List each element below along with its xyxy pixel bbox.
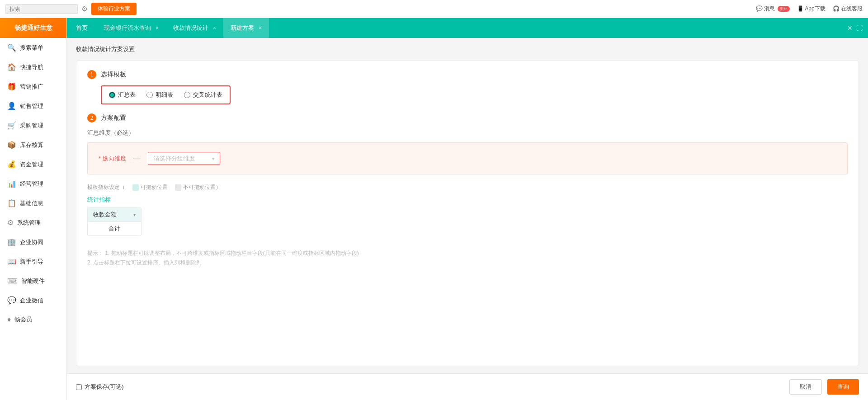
radio-cross[interactable]	[184, 92, 190, 98]
template-options: 汇总表 明细表 交叉统计表	[101, 85, 231, 104]
gear-icon[interactable]: ⚙	[81, 5, 88, 13]
sidebar-item-label: 基础信息	[20, 199, 43, 207]
sidebar-item-marketing[interactable]: 🎁 营销推广	[0, 77, 66, 96]
chevron-down-icon[interactable]: ▾	[133, 212, 136, 217]
metrics-title: 统计指标	[87, 196, 848, 204]
sidebar-item-basic-info[interactable]: 📋 基础信息	[0, 193, 66, 213]
notification-area[interactable]: 💬 消息 99+	[756, 5, 790, 13]
maximize-icon[interactable]: ⛶	[856, 24, 863, 32]
search-input[interactable]	[5, 4, 78, 14]
app-icon: 📱	[797, 5, 804, 12]
sidebar-item-label: 畅会员	[14, 315, 32, 324]
home-icon: 🏠	[7, 63, 16, 71]
sidebar-item-label: 资金管理	[20, 160, 43, 169]
sidebar-item-system[interactable]: ⚙ 系统管理	[0, 213, 66, 232]
save-label: 方案保存(可选)	[85, 383, 124, 391]
sidebar-item-label: 采购管理	[20, 122, 43, 130]
tab-collection-stats[interactable]: 收款情况统计 ×	[166, 18, 223, 38]
option-detail[interactable]: 明细表	[146, 91, 173, 99]
option-summary[interactable]: 汇总表	[109, 91, 136, 99]
sidebar-item-label: 库存核算	[20, 141, 43, 149]
dimension-row: * 纵向维度 — 请选择分组维度	[99, 152, 836, 165]
app-download-label: App下载	[805, 5, 825, 12]
option-cross[interactable]: 交叉统计表	[184, 91, 222, 99]
tab-bank-query[interactable]: 现金银行流水查询 ×	[97, 18, 166, 38]
subsection-title: 汇总维度（必选）	[87, 129, 848, 137]
online-service[interactable]: 🎧 在线客服	[833, 5, 863, 13]
metrics-label-row: 模板指标设定（ 可拖动位置 不可拖动位置）	[87, 184, 848, 191]
tab-new-plan-label: 新建方案	[231, 24, 254, 32]
dimension-select[interactable]: 请选择分组维度	[148, 152, 220, 165]
sidebar-item-label: 经营管理	[20, 180, 43, 188]
notification-label: 消息	[764, 5, 775, 12]
money-icon: 💰	[7, 160, 16, 169]
option-summary-label: 汇总表	[118, 91, 136, 99]
sidebar-item-hardware[interactable]: ⌨ 智能硬件	[0, 271, 66, 291]
sidebar-item-guide[interactable]: 📖 新手引导	[0, 252, 66, 271]
building-icon: 🏢	[7, 238, 16, 246]
radio-detail[interactable]	[146, 92, 153, 98]
step1-title: 选择模板	[101, 71, 126, 79]
sidebar-item-sales[interactable]: 👤 销售管理	[0, 96, 66, 116]
chat-icon: 💬	[7, 296, 16, 305]
sidebar-item-operations[interactable]: 📊 经营管理	[0, 174, 66, 193]
sidebar-item-member[interactable]: ♦ 畅会员	[0, 310, 66, 329]
sidebar-item-purchase[interactable]: 🛒 采购管理	[0, 116, 66, 135]
tab-collection-stats-close[interactable]: ×	[213, 25, 216, 31]
top-bar-right: 💬 消息 99+ 📱 App下载 🎧 在线客服	[756, 5, 863, 13]
sidebar-logo: 畅捷通好生意	[0, 18, 66, 38]
step1-header: 1 选择模板	[87, 70, 848, 79]
tab-home[interactable]: 首页	[67, 18, 97, 38]
non-draggable-box	[175, 184, 181, 191]
tab-bank-query-close[interactable]: ×	[156, 25, 159, 31]
query-button[interactable]: 查询	[827, 379, 859, 395]
user-icon: 👤	[7, 102, 16, 110]
metrics-cell-total: 合计	[88, 222, 141, 235]
metrics-section: 模板指标设定（ 可拖动位置 不可拖动位置） 统计指标	[87, 184, 848, 236]
non-draggable-label: 不可拖动位置）	[183, 184, 221, 191]
clipboard-icon: 📋	[7, 199, 16, 207]
sidebar-item-search[interactable]: 🔍 搜索菜单	[0, 38, 66, 57]
sidebar-item-label: 新手引导	[20, 258, 43, 266]
step2-title: 方案配置	[101, 114, 126, 122]
metrics-setting-label: 模板指标设定（	[87, 184, 125, 191]
service-icon: 🎧	[833, 5, 840, 12]
non-draggable-hint: 不可拖动位置）	[175, 184, 221, 191]
metrics-header[interactable]: 收款金额 ▾	[88, 208, 141, 222]
form-card: 1 选择模板 汇总表 明细表	[76, 61, 859, 366]
tab-new-plan[interactable]: 新建方案 ×	[223, 18, 269, 38]
dimension-arrow: —	[133, 155, 141, 163]
sidebar-item-enterprise[interactable]: 🏢 企业协同	[0, 232, 66, 252]
cancel-button[interactable]: 取消	[789, 379, 822, 395]
radio-summary[interactable]	[109, 92, 115, 98]
sidebar-item-label: 企业协同	[20, 238, 43, 246]
notification-badge: 99+	[778, 6, 790, 12]
content-area: 首页 现金银行流水查询 × 收款情况统计 × 新建方案 × ✕ ⛶ 收款情况统计…	[67, 18, 868, 400]
gift-icon: 🎁	[7, 82, 16, 91]
step2-header: 2 方案配置	[87, 113, 848, 122]
tab-collection-stats-label: 收款情况统计	[173, 24, 208, 32]
dimension-select-wrap: 请选择分组维度	[148, 152, 220, 165]
metrics-table: 收款金额 ▾ 合计	[87, 207, 142, 236]
tab-new-plan-close[interactable]: ×	[259, 25, 262, 31]
sidebar-item-wechat[interactable]: 💬 企业微信	[0, 291, 66, 310]
logo-text: 畅捷通好生意	[14, 24, 52, 32]
app-download[interactable]: 📱 App下载	[797, 5, 826, 13]
industry-button[interactable]: 体验行业方案	[91, 3, 137, 15]
dimension-area: * 纵向维度 — 请选择分组维度	[87, 142, 848, 174]
sidebar-item-label: 销售管理	[20, 102, 43, 110]
step2-section: 2 方案配置 汇总维度（必选） * 纵向维度 — 请选择分组维度	[87, 113, 848, 273]
save-checkbox[interactable]	[76, 384, 82, 390]
book-icon: 📖	[7, 257, 16, 266]
sidebar-item-quick-nav[interactable]: 🏠 快捷导航	[0, 57, 66, 77]
draggable-label: 可拖动位置	[141, 184, 168, 191]
close-window-icon[interactable]: ✕	[847, 24, 853, 32]
sidebar-item-finance[interactable]: 💰 资金管理	[0, 155, 66, 174]
box-icon: 📦	[7, 141, 16, 149]
sidebar-item-label: 系统管理	[17, 219, 41, 227]
save-option[interactable]: 方案保存(可选)	[76, 383, 124, 391]
sidebar-item-label: 快捷导航	[20, 63, 43, 71]
draggable-box	[132, 184, 139, 191]
sidebar-item-inventory[interactable]: 📦 库存核算	[0, 135, 66, 155]
tip-2: 2. 点击标题栏下拉可设置排序、插入列和删除列	[87, 259, 848, 267]
